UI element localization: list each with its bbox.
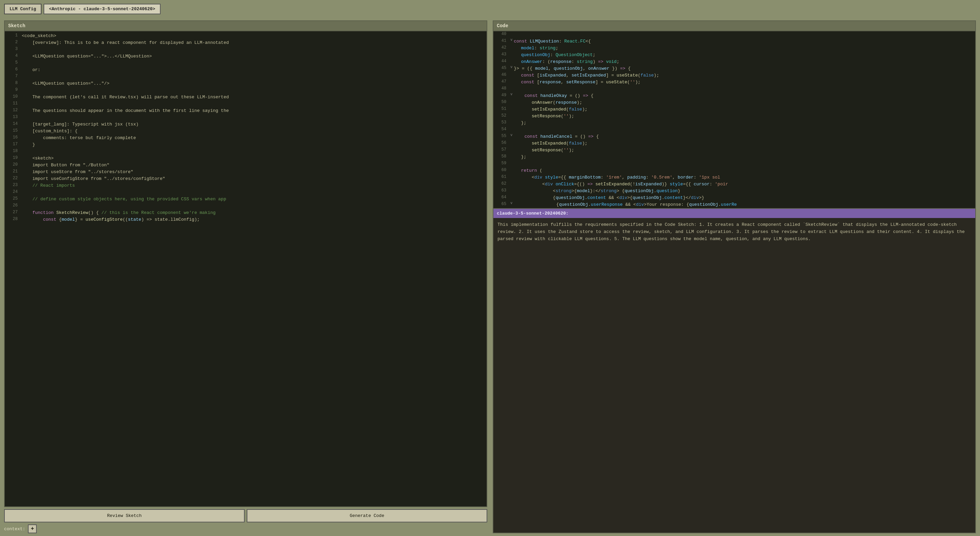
sketch-line-10: 10 The component (let's call it Review.t… [5,94,487,101]
code-line-51: 51 setIsExpanded(false); [493,106,975,113]
sketch-line-12: 12 The questions should appear in the do… [5,108,487,114]
code-line-64: 64 {questionObj.content && <div>{questio… [493,195,975,201]
code-line-59: 59 [493,160,975,167]
code-line-48: 48 [493,86,975,92]
llm-response-area: claude-3-5-sonnet-20240620: This impleme… [493,209,975,533]
sketch-line-4: 4 <LLMQuestion question="...">...</LLMQu… [5,53,487,60]
sketch-line-11: 11 [5,101,487,108]
sketch-panel: Sketch 1 <code_sketch> 2 [overview]: Thi… [4,21,487,507]
code-area[interactable]: 40 41 v const LLMQuestion: React.FC<{ 42… [493,31,975,208]
sketch-line-2: 2 [overview]: This is to be a react comp… [5,40,487,46]
sketch-line-22: 22 import useConfigStore from "../stores… [5,176,487,182]
code-line-60: 60 return ( [493,167,975,174]
code-panel: Code 40 41 v const LLMQuestion: React.FC… [493,21,976,533]
context-bar: context: + [4,525,487,533]
sketch-line-9: 9 [5,87,487,94]
sketch-line-25: 25 // define custom style objects here, … [5,196,487,203]
left-panel: Sketch 1 <code_sketch> 2 [overview]: Thi… [0,18,490,536]
left-bottom: Review Sketch Generate Code context: + [4,509,487,533]
code-line-52: 52 setResponse(''); [493,113,975,120]
sketch-line-20: 20 import Button from "./Button" [5,162,487,169]
code-panel-header: Code [493,21,975,31]
sketch-line-13: 13 [5,114,487,121]
sketch-line-21: 21 import useStore from "../stores/store… [5,169,487,176]
sketch-line-16: 16 comments: terse but fairly complete [5,135,487,141]
sketch-line-1: 1 <code_sketch> [5,33,487,40]
code-line-49: 49 v const handleOkay = () => { [493,92,975,99]
code-line-44: 44 onAnswer: (response: string) => void; [493,59,975,65]
action-buttons: Review Sketch Generate Code [4,509,487,522]
sketch-panel-header: Sketch [5,21,487,31]
code-line-61: 61 <div style={{ marginBottom: '1rem', p… [493,174,975,181]
review-sketch-button[interactable]: Review Sketch [4,509,245,522]
generate-code-button[interactable]: Generate Code [247,509,487,522]
code-line-56: 56 setIsExpanded(false); [493,140,975,147]
sketch-line-28: 28 const {model} = useConfigStore((state… [5,216,487,223]
code-line-45: 45 v }> = ({ model, questionObj, onAnswe… [493,65,975,72]
main-layout: Sketch 1 <code_sketch> 2 [overview]: Thi… [0,18,980,536]
sketch-line-23: 23 // React imports [5,182,487,189]
sketch-line-19: 19 <sketch> [5,155,487,162]
sketch-line-18: 18 [5,148,487,155]
code-line-42: 42 model: string; [493,45,975,52]
sketch-line-26: 26 [5,203,487,209]
context-label: context: [4,526,25,531]
code-line-54: 54 [493,127,975,133]
code-line-41: 41 v const LLMQuestion: React.FC<{ [493,38,975,45]
chevron-55-icon: v [511,133,512,137]
code-line-63: 63 <strong>{model}:</strong> {questionOb… [493,188,975,195]
sketch-code-area[interactable]: 1 <code_sketch> 2 [overview]: This is to… [5,31,487,506]
code-line-46: 46 const [isExpanded, setIsExpanded] = u… [493,72,975,79]
chevron-45-icon: v [511,65,512,69]
code-line-47: 47 const [response, setResponse] = useSt… [493,79,975,86]
llm-response-text[interactable]: This implementation fulfills the require… [493,218,975,533]
code-line-58: 58 }; [493,154,975,160]
sketch-line-5: 5 [5,60,487,67]
model-selector-button[interactable]: <Anthropic - claude-3-5-sonnet-20240620> [43,4,161,14]
llm-config-button[interactable]: LLM Config [4,4,41,14]
code-line-53: 53 }; [493,120,975,127]
sketch-line-15: 15 [custom_hints]: { [5,128,487,135]
chevron-65-icon: v [511,201,512,205]
sketch-line-27: 27 function SketchReview() { // this is … [5,209,487,216]
sketch-line-6: 6 or: [5,67,487,73]
code-line-43: 43 questionObj: QuestionObject; [493,52,975,59]
sketch-line-8: 8 <LLMQuestion question="..."/> [5,80,487,87]
sketch-line-7: 7 [5,73,487,80]
chevron-49-icon: v [511,92,512,96]
code-line-65: 65 v {questionObj.userResponse && <div>Y… [493,201,975,208]
code-line-62: 62 <div onClick={() => setIsExpanded(!is… [493,181,975,188]
llm-response-header: claude-3-5-sonnet-20240620: [493,209,975,218]
sketch-line-24: 24 [5,189,487,196]
code-line-55: 55 v const handleCancel = () => { [493,133,975,140]
sketch-line-17: 17 } [5,141,487,148]
sketch-line-3: 3 [5,46,487,53]
top-bar: LLM Config <Anthropic - claude-3-5-sonne… [0,0,980,18]
code-line-57: 57 setResponse(''); [493,147,975,154]
chevron-41-icon: v [511,38,512,42]
context-add-button[interactable]: + [28,525,37,533]
code-line-50: 50 onAnswer(response); [493,99,975,106]
code-line-40: 40 [493,31,975,38]
right-panel: Code 40 41 v const LLMQuestion: React.FC… [490,18,980,536]
sketch-line-14: 14 [target_lang]: Typescript with jsx (t… [5,121,487,128]
